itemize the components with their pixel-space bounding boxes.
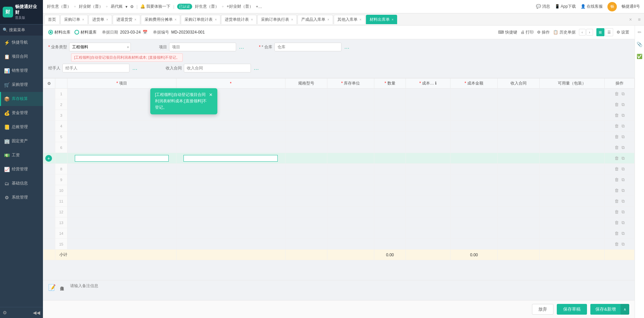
row-10-cost-amount[interactable] <box>450 185 497 196</box>
tab-purchase-exec[interactable]: 采购订单执行表× <box>257 15 297 24</box>
nav-prev[interactable]: ‹ <box>579 29 586 36</box>
row-9-project[interactable] <box>67 174 176 185</box>
sidebar-item-sales[interactable]: 📊 销售管理 <box>0 64 43 78</box>
sidebar-item-system[interactable]: ⚙ 系统管理 <box>0 191 43 205</box>
row-7-income-contract[interactable] <box>497 153 539 164</box>
row-15-income-contract[interactable] <box>497 239 539 250</box>
row-13-cost-amount[interactable] <box>450 217 497 228</box>
row-14-cost-amount[interactable] <box>450 228 497 239</box>
row-15-cost-amount[interactable] <box>450 239 497 250</box>
row-10-project[interactable] <box>67 185 176 196</box>
operation-btn[interactable]: ⚙ 操作 <box>537 30 550 35</box>
row-5-qty[interactable] <box>374 131 406 142</box>
notes-input[interactable] <box>70 283 629 293</box>
warehouse-dots-btn[interactable]: … <box>344 44 350 50</box>
row-7-cost-amount[interactable] <box>450 153 497 164</box>
row-7-qty[interactable] <box>374 153 406 164</box>
row-15-qty[interactable] <box>374 239 406 250</box>
row-10-unit[interactable] <box>327 185 374 196</box>
row-11-material[interactable] <box>176 196 285 207</box>
row-4-qty[interactable] <box>374 121 406 131</box>
row-5-cost-price[interactable] <box>406 131 450 142</box>
row-14-income-contract[interactable] <box>497 228 539 239</box>
tab-purchase-stats[interactable]: 采购订单统计表× <box>181 15 220 24</box>
row-12-copy-icon[interactable]: ⧉ <box>622 209 625 214</box>
row-10-material[interactable] <box>176 185 285 196</box>
right-panel-edit-icon[interactable]: ✏ <box>636 28 643 36</box>
topbar-menu2[interactable]: 好业财（普） <box>79 4 103 9</box>
row-8-cost-price[interactable] <box>406 164 450 174</box>
nav-next[interactable]: › <box>586 29 593 36</box>
row-5-available[interactable] <box>539 131 604 142</box>
row-2-income-contract[interactable] <box>497 99 539 110</box>
settings-icon[interactable]: ⚙ <box>3 310 7 315</box>
project-dots-btn[interactable]: … <box>239 44 244 50</box>
warehouse-input[interactable] <box>274 43 341 51</box>
row-1-delete-icon[interactable]: 🗑 <box>614 91 619 96</box>
row-1-spec[interactable] <box>285 89 327 99</box>
business-type-input[interactable] <box>69 43 131 51</box>
row-6-qty[interactable] <box>374 142 406 153</box>
row-4-project[interactable] <box>67 121 176 131</box>
row-8-unit[interactable] <box>327 164 374 174</box>
row-13-cost-price[interactable] <box>406 217 450 228</box>
tab-inbound-stats[interactable]: 进货单统计表× <box>221 15 257 24</box>
tab-finished-goods[interactable]: 产成品入库单× <box>298 15 333 24</box>
row-8-cost-amount[interactable] <box>450 164 497 174</box>
tab-close-purchase-stats[interactable]: × <box>215 18 217 21</box>
tab-close-inbound-stats[interactable]: × <box>251 18 253 21</box>
row-2-copy-icon[interactable]: ⧉ <box>622 102 625 107</box>
save-draft-button[interactable]: 保存草稿 <box>557 304 587 315</box>
tab-close-other-inbound[interactable]: × <box>360 18 362 21</box>
row-6-delete-icon[interactable]: 🗑 <box>614 145 619 150</box>
row-3-delete-icon[interactable]: 🗑 <box>614 113 619 118</box>
row-9-cost-amount[interactable] <box>450 174 497 185</box>
row-2-delete-icon[interactable]: 🗑 <box>614 102 619 107</box>
row-11-copy-icon[interactable]: ⧉ <box>622 199 625 204</box>
income-contract-dots-btn[interactable]: … <box>254 65 259 71</box>
row-2-qty[interactable] <box>374 99 406 110</box>
tab-inbound-return[interactable]: 进退货货× <box>113 15 140 24</box>
row-14-project[interactable] <box>67 228 176 239</box>
tab-close-purchase-exec[interactable]: × <box>291 18 293 21</box>
row-11-qty[interactable] <box>374 196 406 207</box>
tab-close-finished-goods[interactable]: × <box>327 18 329 21</box>
radio-material-out[interactable]: 材料出库 <box>48 30 70 35</box>
view-table[interactable]: ⊞ <box>596 28 604 36</box>
tab-close-purchase-order[interactable]: × <box>82 18 84 21</box>
row-15-copy-icon[interactable]: ⧉ <box>622 242 625 247</box>
row-9-material[interactable] <box>176 174 285 185</box>
row-7-spec[interactable] <box>285 153 327 164</box>
row-3-available[interactable] <box>539 110 604 121</box>
row-2-unit[interactable] <box>327 99 374 110</box>
row-6-cost-price[interactable] <box>406 142 450 153</box>
row-7-project-input[interactable] <box>75 155 169 162</box>
topbar-menu-more[interactable]: ▾ <box>125 4 127 9</box>
topbar-menu6[interactable]: +… <box>256 4 262 9</box>
row-7-unit[interactable] <box>327 153 374 164</box>
row-11-unit[interactable] <box>327 196 374 207</box>
row-6-spec[interactable] <box>285 142 327 153</box>
sidebar-item-assets[interactable]: 🏢 固定资产 <box>0 134 43 148</box>
row-4-copy-icon[interactable]: ⧉ <box>622 123 625 128</box>
row-12-income-contract[interactable] <box>497 207 539 217</box>
row-12-spec[interactable] <box>285 207 327 217</box>
row-12-project[interactable] <box>67 207 176 217</box>
row-10-cost-price[interactable] <box>406 185 450 196</box>
row-5-spec[interactable] <box>285 131 327 142</box>
topbar-menu1[interactable]: 好生意（普） <box>47 4 71 9</box>
row-4-unit[interactable] <box>327 121 374 131</box>
row-11-income-contract[interactable] <box>497 196 539 207</box>
row-14-copy-icon[interactable]: ⧉ <box>622 231 625 236</box>
row-9-unit[interactable] <box>327 174 374 185</box>
row-13-delete-icon[interactable]: 🗑 <box>614 220 619 225</box>
row-5-cost-amount[interactable] <box>450 131 497 142</box>
row-9-qty[interactable] <box>374 174 406 185</box>
discard-button[interactable]: 放弃 <box>532 304 553 315</box>
row-14-available[interactable] <box>539 228 604 239</box>
calendar-icon[interactable]: 📅 <box>143 30 148 35</box>
username[interactable]: 畅捷通8号 <box>622 4 640 9</box>
row-2-available[interactable] <box>539 99 604 110</box>
row-7-delete-icon[interactable]: 🗑 <box>614 156 619 161</box>
row-4-cost-amount[interactable] <box>450 121 497 131</box>
